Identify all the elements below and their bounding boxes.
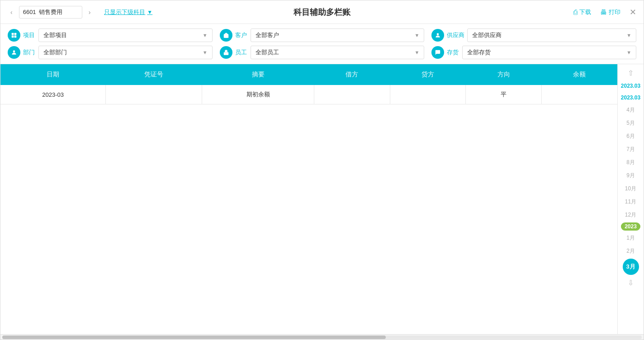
project-icon [8,29,20,42]
table-area: 日期 凭证号 摘要 借方 贷方 方向 余额 2023-03期初余额平 ⇧ 202… [0,64,644,334]
filter-department: 部门 全部部门 ▼ [8,46,213,59]
month-nav-down[interactable]: ⇩ [618,276,644,290]
filter-row-1: 项目 全部项目 ▼ 客户 全部客户 ▼ [8,28,636,42]
download-icon: ⎙ [573,8,578,16]
close-button[interactable]: ✕ [630,7,636,17]
month-item-7[interactable]: 7月 [618,143,644,156]
print-label: 打印 [609,8,620,16]
project-value: 全部项目 [43,31,201,39]
inventory-label: 存货 [447,48,459,57]
department-icon [8,46,20,59]
main-window: ‹ 6601 销售费用 › 只显示下级科目 ▼ 科目辅助多栏账 ⎙ 下载 🖶 打… [0,0,644,340]
svg-rect-1 [14,33,17,35]
account-code: 6601 [23,9,36,15]
col-voucher: 凭证号 [106,64,202,85]
account-name: 销售费用 [39,8,62,16]
table-row: 2023-03期初余额平 [0,85,617,104]
title-right: ⎙ 下载 🖶 打印 ✕ [573,7,636,17]
project-label: 项目 [23,31,36,39]
title-left: ‹ 6601 销售费用 › 只显示下级科目 ▼ [8,6,152,19]
year-badge: 2023 [621,222,640,231]
month-item-3-selected[interactable]: 3月 [623,259,639,275]
month-item-11[interactable]: 11月 [618,195,644,208]
month-item-top-1[interactable]: 2023.03 [618,80,644,92]
page-title: 科目辅助多栏账 [294,7,350,18]
inventory-select[interactable]: 全部存货 ▼ [462,46,636,59]
svg-point-5 [13,50,15,52]
prev-account-arrow[interactable]: ‹ [8,8,15,17]
customer-select[interactable]: 全部客户 ▼ [251,28,425,42]
month-item-9[interactable]: 9月 [618,169,644,182]
month-nav-up[interactable]: ⇧ [618,66,644,80]
show-sub-arrow-icon: ▼ [147,9,152,15]
filter-employee: 员工 全部员工 ▼ [220,46,425,59]
month-item-12[interactable]: 12月 [618,208,644,222]
inventory-dropdown-icon: ▼ [626,50,631,55]
filter-row-2: 部门 全部部门 ▼ 员工 全部员工 ▼ [8,46,636,59]
department-value: 全部部门 [43,48,201,57]
cell-4 [390,85,466,104]
employee-value: 全部员工 [256,48,413,57]
col-direction: 方向 [466,64,542,85]
supplier-icon [431,29,444,42]
department-dropdown-icon: ▼ [203,50,208,55]
title-bar: ‹ 6601 销售费用 › 只显示下级科目 ▼ 科目辅助多栏账 ⎙ 下载 🖶 打… [0,0,644,24]
show-sub-label: 只显示下级科目 [104,8,145,16]
project-select[interactable]: 全部项目 ▼ [38,28,213,42]
col-credit: 贷方 [390,64,466,85]
download-label: 下载 [579,8,591,16]
employee-select[interactable]: 全部员工 ▼ [251,46,425,59]
download-button[interactable]: ⎙ 下载 [573,8,591,16]
employee-dropdown-icon: ▼ [414,50,419,55]
cell-3 [314,85,390,104]
employee-label: 员工 [235,48,248,57]
scrollbar-thumb [2,335,386,339]
department-label: 部门 [23,48,36,57]
supplier-label: 供应商 [447,31,464,39]
inventory-value: 全部存货 [467,48,625,57]
next-account-arrow[interactable]: › [86,8,94,17]
cell-1 [106,85,202,104]
inventory-icon [431,46,444,59]
table-header-row: 日期 凭证号 摘要 借方 贷方 方向 余额 [0,64,617,85]
cell-6 [541,85,617,104]
account-code-box[interactable]: 6601 销售费用 [19,6,82,19]
month-item-top-2[interactable]: 2023.03 [618,92,644,104]
show-sub-toggle[interactable]: 只显示下级科目 ▼ [104,8,152,16]
svg-rect-3 [14,36,17,38]
print-icon: 🖶 [600,8,607,16]
supplier-dropdown-icon: ▼ [626,33,631,38]
table-container[interactable]: 日期 凭证号 摘要 借方 贷方 方向 余额 2023-03期初余额平 [0,64,617,334]
col-balance: 余额 [541,64,617,85]
supplier-value: 全部供应商 [472,31,625,39]
cell-5: 平 [466,85,542,104]
month-navigator: ⇧ 2023.03 2023.03 4月 5月 6月 7月 8月 9月 10月 … [617,64,644,334]
filter-inventory: 存货 全部存货 ▼ [431,46,636,59]
project-dropdown-icon: ▼ [203,33,208,38]
month-item-2[interactable]: 2月 [618,245,644,258]
supplier-select[interactable]: 全部供应商 ▼ [467,28,636,42]
svg-rect-0 [12,33,14,35]
month-item-10[interactable]: 10月 [618,182,644,195]
data-table: 日期 凭证号 摘要 借方 贷方 方向 余额 2023-03期初余额平 [0,64,617,104]
col-summary: 摘要 [202,64,314,85]
month-item-8[interactable]: 8月 [618,156,644,169]
svg-rect-2 [12,36,14,38]
col-date: 日期 [0,64,106,85]
print-button[interactable]: 🖶 打印 [600,8,620,16]
filter-project: 项目 全部项目 ▼ [8,28,213,42]
month-item-5[interactable]: 5月 [618,117,644,130]
scrollbar-track[interactable] [2,335,642,339]
cell-2: 期初余额 [202,85,314,104]
month-item-1[interactable]: 1月 [618,231,644,245]
filter-area: 项目 全部项目 ▼ 客户 全部客户 ▼ [0,24,644,64]
bottom-scrollbar[interactable] [0,334,644,340]
customer-label: 客户 [235,31,248,39]
cell-0: 2023-03 [0,85,106,104]
customer-icon [220,29,232,42]
filter-customer: 客户 全部客户 ▼ [220,28,425,42]
col-debit: 借方 [314,64,390,85]
department-select[interactable]: 全部部门 ▼ [38,46,213,59]
month-item-4[interactable]: 4月 [618,104,644,117]
month-item-6[interactable]: 6月 [618,130,644,143]
